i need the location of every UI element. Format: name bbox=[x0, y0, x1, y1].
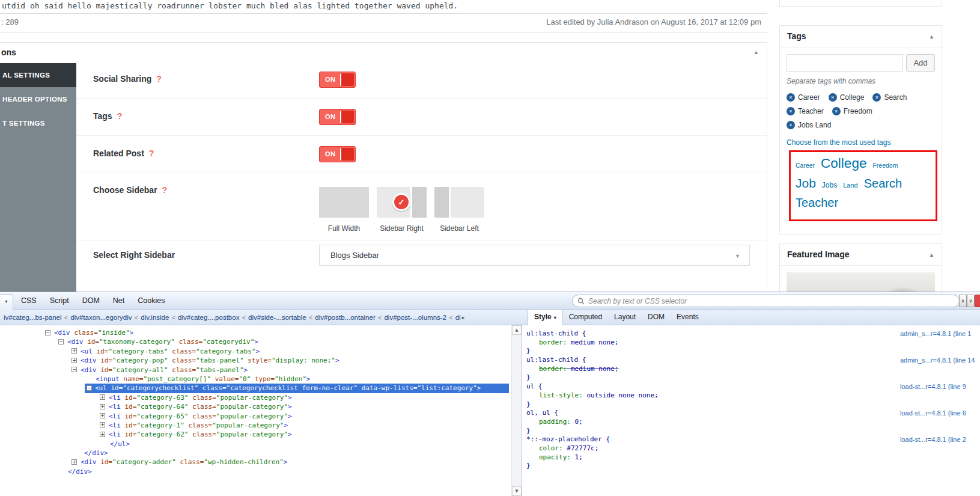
expand-icon[interactable]: + bbox=[72, 459, 77, 465]
tree-line[interactable]: +<li id="category-65" class="popular-cat… bbox=[0, 412, 511, 421]
help-icon[interactable]: ? bbox=[162, 185, 168, 195]
expand-icon[interactable]: + bbox=[72, 358, 77, 363]
tree-line[interactable]: −<ul id="categorychecklist" class="categ… bbox=[0, 384, 511, 393]
css-property-line[interactable]: opacity: 1; bbox=[522, 453, 980, 462]
tag-cloud-item[interactable]: Search bbox=[864, 177, 902, 190]
css-source-link[interactable]: load-st...r=4.8.1 (line 9 bbox=[900, 382, 966, 391]
tab-net[interactable]: Net bbox=[106, 292, 131, 309]
tree-line[interactable]: +<ul id="category-tabs" class="category-… bbox=[0, 347, 511, 356]
tree-code[interactable]: <div class="inside"> bbox=[54, 328, 133, 337]
help-icon[interactable]: ? bbox=[156, 74, 162, 84]
most-used-tags-link[interactable]: Choose from the most used tags bbox=[787, 138, 935, 147]
tree-code[interactable]: <input name="post_category[]" value="0" … bbox=[96, 375, 311, 384]
tab-computed[interactable]: Computed bbox=[563, 310, 608, 325]
tree-line[interactable]: +<div id="category-pop" class="tabs-pane… bbox=[0, 356, 511, 365]
social-sharing-toggle[interactable]: ON bbox=[319, 72, 356, 88]
new-tag-input[interactable] bbox=[787, 54, 903, 72]
tree-line[interactable]: +<li id="category-62" class="popular-cat… bbox=[0, 430, 511, 439]
collapse-icon[interactable]: − bbox=[45, 330, 50, 335]
tab-script[interactable]: Script bbox=[43, 292, 76, 309]
tree-code[interactable]: <li id="category-62" class="popular-cate… bbox=[109, 430, 292, 439]
remove-tag-icon[interactable]: × bbox=[872, 93, 881, 102]
remove-tag-icon[interactable]: × bbox=[787, 93, 795, 102]
related-post-toggle[interactable]: ON bbox=[319, 146, 356, 162]
scroll-up-icon[interactable]: ▲ bbox=[512, 325, 522, 335]
remove-tag-icon[interactable]: × bbox=[829, 93, 837, 102]
tab-layout[interactable]: Layout bbox=[608, 310, 642, 325]
tree-code[interactable]: <li id="category-63" class="popular-cate… bbox=[109, 393, 292, 402]
tree-code[interactable]: </div> bbox=[68, 467, 92, 476]
remove-tag-icon[interactable]: × bbox=[787, 107, 795, 115]
tree-line[interactable]: −<div id="taxonomy-category" class="cate… bbox=[0, 337, 511, 346]
tag-cloud-item[interactable]: Jobs bbox=[822, 181, 837, 189]
css-property-line[interactable]: border: medium none; bbox=[522, 365, 980, 374]
tree-code[interactable]: <div id="category-all" class="tabs-panel… bbox=[81, 366, 248, 375]
sidebar-item-t-settings[interactable]: T SETTINGS bbox=[0, 111, 76, 135]
tree-code[interactable]: <div id="taxonomy-category" class="categ… bbox=[67, 337, 258, 346]
expand-icon[interactable]: + bbox=[100, 413, 105, 418]
breadcrumb-item[interactable]: iv#categ...bs-panel bbox=[4, 314, 62, 321]
css-property-line[interactable]: list-style: outside none none; bbox=[522, 391, 980, 400]
scroll-down-icon[interactable]: ▼ bbox=[512, 486, 522, 496]
breadcrumb-item[interactable]: di bbox=[455, 314, 461, 321]
tree-line[interactable]: </div> bbox=[0, 449, 511, 458]
layout-option-sidebar-left[interactable] bbox=[434, 187, 484, 218]
breadcrumb-item[interactable]: div#taxon...egorydiv bbox=[70, 314, 132, 321]
tree-line[interactable]: <input name="post_category[]" value="0" … bbox=[0, 375, 511, 384]
tag-cloud-item[interactable]: College bbox=[821, 156, 866, 171]
html-tab-dropdown-icon[interactable]: ▼ bbox=[0, 294, 13, 310]
deactivate-button[interactable] bbox=[975, 295, 980, 307]
tab-events[interactable]: Events bbox=[671, 310, 705, 325]
tree-line[interactable]: +<li id="category-1" class="popular-cate… bbox=[0, 421, 511, 430]
tree-code[interactable]: <div id="category-adder" class="wp-hidde… bbox=[81, 458, 287, 467]
tree-code[interactable]: <li id="category-1" class="popular-categ… bbox=[109, 421, 288, 430]
find-previous-button[interactable]: ∧ bbox=[959, 295, 967, 307]
expand-icon[interactable]: + bbox=[100, 404, 105, 409]
tags-toggle[interactable]: ON bbox=[319, 109, 356, 125]
tree-code[interactable]: </ul> bbox=[110, 439, 130, 449]
collapse-arrow-icon[interactable]: ▲ bbox=[929, 252, 934, 258]
layout-option-full-width[interactable] bbox=[319, 187, 369, 218]
css-property-line[interactable]: padding: 0; bbox=[522, 418, 980, 427]
tag-cloud-item[interactable]: Job bbox=[796, 176, 816, 190]
tab-dom[interactable]: DOM bbox=[76, 292, 106, 309]
breadcrumb-item[interactable]: div#post-...olumns-2 bbox=[384, 314, 446, 321]
help-icon[interactable]: ? bbox=[149, 148, 154, 158]
tag-cloud-item[interactable]: Freedom bbox=[872, 162, 898, 169]
tree-line[interactable]: +<div id="category-adder" class="wp-hidd… bbox=[0, 458, 511, 467]
tree-code[interactable]: </div> bbox=[84, 449, 108, 458]
sidebar-item-header-options[interactable]: HEADER OPTIONS bbox=[0, 87, 76, 111]
collapse-arrow-icon[interactable]: ▲ bbox=[929, 34, 934, 40]
breadcrumb-item[interactable]: div.inside bbox=[141, 314, 169, 321]
tree-line[interactable]: </div> bbox=[0, 467, 511, 476]
expand-icon[interactable]: + bbox=[100, 432, 105, 437]
tree-code[interactable]: <div id="category-pop" class="tabs-panel… bbox=[81, 356, 339, 365]
search-input[interactable] bbox=[588, 297, 954, 305]
tree-line[interactable]: +<li id="category-63" class="popular-cat… bbox=[0, 393, 511, 402]
collapse-icon[interactable]: − bbox=[72, 367, 77, 372]
featured-image-header[interactable]: Featured Image ▲ bbox=[780, 244, 942, 266]
tree-code[interactable]: <ul id="category-tabs" class="category-t… bbox=[81, 347, 260, 356]
help-icon[interactable]: ? bbox=[117, 111, 123, 121]
tab-cookies[interactable]: Cookies bbox=[131, 292, 171, 309]
tab-dom[interactable]: DOM bbox=[642, 310, 671, 325]
tree-line[interactable]: −<div class="inside"> bbox=[0, 328, 511, 337]
tag-cloud-item[interactable]: Teacher bbox=[796, 196, 838, 209]
css-property-line[interactable]: color: #72777c; bbox=[522, 444, 980, 453]
breadcrumb-item[interactable]: div#categ....postbox bbox=[178, 314, 239, 321]
tag-cloud-item[interactable]: Career bbox=[796, 162, 815, 169]
css-source-link[interactable]: load-st...r=4.8.1 (line 2 bbox=[900, 435, 966, 444]
css-source-link[interactable]: load-st...r=4.8.1 (line 6 bbox=[900, 409, 966, 418]
editor-content[interactable]: utdid oh said hello majestically roadrun… bbox=[2, 1, 766, 10]
tree-code[interactable]: <li id="category-64" class="popular-cate… bbox=[109, 402, 292, 411]
tab-css[interactable]: CSS bbox=[14, 292, 43, 309]
css-source-link[interactable]: admin_s...r=4.8.1 (line 1 bbox=[900, 329, 971, 338]
collapse-arrow-icon[interactable]: ▲ bbox=[753, 49, 759, 55]
expand-icon[interactable]: + bbox=[100, 394, 105, 400]
breadcrumb-overflow-icon[interactable]: ▸ bbox=[462, 314, 465, 320]
css-property-line[interactable]: border: medium none; bbox=[522, 338, 980, 348]
collapse-icon[interactable]: − bbox=[58, 339, 64, 344]
tree-line[interactable]: </ul> bbox=[0, 439, 511, 449]
css-source-link[interactable]: admin_s...r=4.8.1 (line 14 bbox=[900, 356, 975, 365]
tree-line[interactable]: −<div id="category-all" class="tabs-pane… bbox=[0, 366, 511, 375]
